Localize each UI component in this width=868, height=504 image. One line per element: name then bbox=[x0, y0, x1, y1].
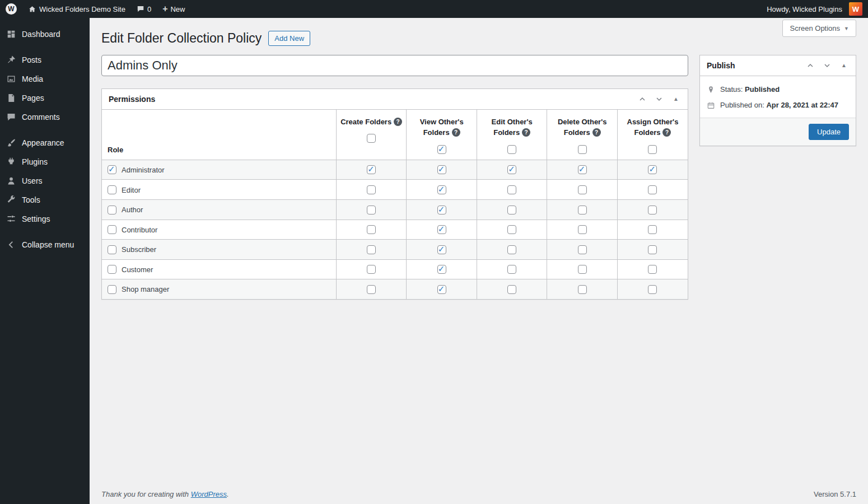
sidebar-item-media[interactable]: Media bbox=[0, 69, 90, 88]
permission-checkbox[interactable] bbox=[367, 285, 376, 294]
toggle-panel-button[interactable]: ▲ bbox=[836, 57, 852, 74]
move-down-button[interactable] bbox=[819, 57, 836, 74]
permission-checkbox[interactable] bbox=[578, 265, 587, 274]
move-down-button[interactable] bbox=[651, 91, 668, 108]
role-label: Customer bbox=[122, 265, 153, 274]
comments-menu[interactable]: 0 bbox=[131, 0, 157, 18]
sidebar-item-label: Pages bbox=[22, 94, 44, 102]
wp-logo-menu[interactable]: W bbox=[0, 0, 22, 18]
sidebar-item-appearance[interactable]: Appearance bbox=[0, 133, 90, 152]
sidebar-item-tools[interactable]: Tools bbox=[0, 190, 90, 209]
permission-checkbox[interactable] bbox=[437, 185, 446, 194]
permission-checkbox[interactable] bbox=[367, 206, 376, 214]
role-checkbox[interactable] bbox=[108, 185, 116, 194]
permission-checkbox[interactable] bbox=[648, 265, 657, 274]
permission-checkbox[interactable] bbox=[648, 165, 657, 174]
role-cell: Customer bbox=[102, 259, 336, 279]
column-select-all-checkbox[interactable] bbox=[437, 145, 446, 154]
column-select-all-checkbox[interactable] bbox=[507, 145, 516, 154]
new-content-menu[interactable]: + New bbox=[157, 0, 190, 18]
permission-checkbox[interactable] bbox=[578, 185, 587, 194]
permission-checkbox[interactable] bbox=[507, 265, 516, 274]
permission-checkbox[interactable] bbox=[367, 225, 376, 234]
sidebar-item-pages[interactable]: Pages bbox=[0, 88, 90, 108]
help-icon[interactable]: ? bbox=[394, 118, 402, 126]
permission-checkbox[interactable] bbox=[507, 185, 516, 194]
help-icon[interactable]: ? bbox=[592, 128, 601, 137]
permission-checkbox[interactable] bbox=[437, 206, 446, 214]
permission-checkbox[interactable] bbox=[367, 185, 376, 194]
role-checkbox[interactable] bbox=[108, 245, 116, 254]
update-button[interactable]: Update bbox=[809, 124, 849, 140]
role-checkbox[interactable] bbox=[108, 265, 116, 274]
new-label: New bbox=[170, 5, 185, 13]
permission-checkbox[interactable] bbox=[578, 206, 587, 214]
add-new-button[interactable]: Add New bbox=[268, 31, 310, 46]
posts-icon bbox=[6, 55, 17, 65]
move-up-button[interactable] bbox=[802, 57, 819, 74]
permission-checkbox[interactable] bbox=[437, 225, 446, 234]
column-select-all-checkbox[interactable] bbox=[578, 145, 587, 154]
help-icon[interactable]: ? bbox=[452, 128, 460, 137]
sidebar-item-posts[interactable]: Posts bbox=[0, 50, 90, 69]
permission-checkbox[interactable] bbox=[578, 225, 587, 234]
role-checkbox[interactable] bbox=[108, 206, 116, 214]
column-label: View Other's Folders? bbox=[410, 116, 473, 138]
policy-title-input[interactable] bbox=[101, 55, 688, 76]
permission-checkbox[interactable] bbox=[578, 285, 587, 294]
role-column-header: Role bbox=[102, 110, 336, 160]
permission-checkbox[interactable] bbox=[648, 225, 657, 234]
permission-checkbox[interactable] bbox=[507, 245, 516, 254]
permission-cell bbox=[477, 240, 547, 260]
permission-checkbox[interactable] bbox=[437, 245, 446, 254]
permission-checkbox[interactable] bbox=[507, 165, 516, 174]
permission-cell bbox=[407, 259, 477, 279]
permission-checkbox[interactable] bbox=[507, 225, 516, 234]
permission-checkbox[interactable] bbox=[578, 165, 587, 174]
move-up-button[interactable] bbox=[634, 91, 651, 108]
sidebar-item-dashboard[interactable]: Dashboard bbox=[0, 25, 90, 44]
permission-cell bbox=[617, 240, 688, 260]
permission-checkbox[interactable] bbox=[437, 265, 446, 274]
permission-checkbox[interactable] bbox=[648, 185, 657, 194]
permission-checkbox[interactable] bbox=[367, 245, 376, 254]
permission-checkbox[interactable] bbox=[367, 265, 376, 274]
site-menu[interactable]: Wicked Folders Demo Site bbox=[22, 0, 131, 18]
permission-checkbox[interactable] bbox=[507, 206, 516, 214]
help-icon[interactable]: ? bbox=[662, 128, 671, 137]
chevron-down-icon bbox=[655, 95, 664, 104]
page-title: Edit Folder Collection Policy bbox=[101, 30, 262, 47]
role-checkbox[interactable] bbox=[108, 165, 116, 174]
role-cell: Contributor bbox=[102, 220, 336, 240]
settings-icon bbox=[6, 214, 17, 224]
role-checkbox[interactable] bbox=[108, 225, 116, 234]
permission-column-header: Create Folders? bbox=[336, 110, 407, 160]
permission-checkbox[interactable] bbox=[367, 165, 376, 174]
permission-checkbox[interactable] bbox=[578, 245, 587, 254]
permission-cell bbox=[407, 220, 477, 240]
account-menu[interactable]: Howdy, Wicked Plugins W bbox=[761, 0, 868, 18]
permission-checkbox[interactable] bbox=[648, 206, 657, 214]
permission-row: Editor bbox=[102, 180, 688, 200]
column-select-all-checkbox[interactable] bbox=[648, 145, 657, 154]
permission-checkbox[interactable] bbox=[648, 285, 657, 294]
sidebar-item-settings[interactable]: Settings bbox=[0, 209, 90, 228]
permission-checkbox[interactable] bbox=[507, 285, 516, 294]
sidebar-item-plugins[interactable]: Plugins bbox=[0, 152, 90, 171]
screen-options-button[interactable]: Screen Options ▼ bbox=[782, 20, 856, 37]
permission-checkbox[interactable] bbox=[437, 285, 446, 294]
sidebar-item-users[interactable]: Users bbox=[0, 171, 90, 190]
permission-cell bbox=[477, 279, 547, 299]
permission-checkbox[interactable] bbox=[648, 245, 657, 254]
toggle-panel-button[interactable]: ▲ bbox=[668, 91, 684, 108]
permission-cell bbox=[336, 220, 407, 240]
wicked-plugins-avatar: W bbox=[849, 2, 862, 16]
sidebar-item-collapse[interactable]: Collapse menu bbox=[0, 235, 90, 254]
sidebar-item-comments[interactable]: Comments bbox=[0, 108, 90, 127]
wordpress-link[interactable]: WordPress bbox=[191, 490, 227, 498]
permissions-table: RoleCreate Folders?View Other's Folders?… bbox=[102, 110, 688, 299]
help-icon[interactable]: ? bbox=[522, 128, 530, 137]
role-checkbox[interactable] bbox=[108, 285, 116, 294]
column-select-all-checkbox[interactable] bbox=[367, 134, 376, 143]
permission-checkbox[interactable] bbox=[437, 165, 446, 174]
